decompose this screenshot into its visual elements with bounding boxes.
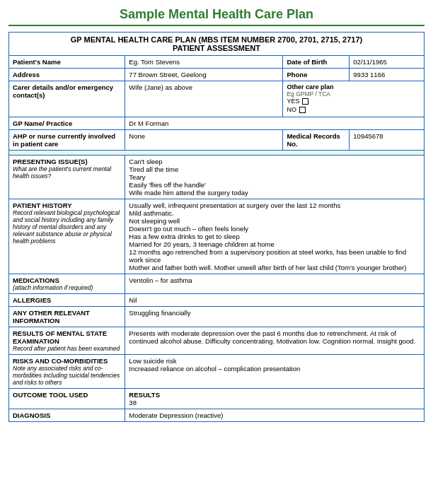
gp-row: GP Name/ Practice Dr M Forman xyxy=(9,117,425,130)
history-row: PATIENT HISTORY Record relevant biologic… xyxy=(9,199,425,274)
other-care-eg: Eg GPMP / TCA xyxy=(287,90,420,98)
spacer-row xyxy=(9,151,425,156)
patient-name-label: Patient's Name xyxy=(9,56,125,69)
presenting-value: Can't sleep Tired all the time Teary Eas… xyxy=(125,156,425,199)
no-row: NO xyxy=(287,106,420,113)
risks-label: RISKS AND CO-MORBIDITIES xyxy=(13,357,121,365)
allergies-value: Nil xyxy=(125,294,425,307)
carer-value: Wife (Jane) as above xyxy=(125,81,283,117)
outcome-results-header: RESULTS xyxy=(129,391,420,399)
address-label: Address xyxy=(9,69,125,81)
risks-sub: Note any associated risks and co-morbidi… xyxy=(13,365,121,386)
address-row: Address 77 Brown Street, Geelong Phone 9… xyxy=(9,69,425,81)
yes-checkbox xyxy=(302,98,308,105)
phone-label: Phone xyxy=(283,69,350,81)
outcome-tool-label: OUTCOME TOOL USED xyxy=(9,389,125,409)
allergies-row: ALLERGIES Nil xyxy=(9,294,425,307)
medications-sub: (attach information if required) xyxy=(13,284,121,291)
checkbox-area: YES NO xyxy=(287,98,420,113)
presenting-label: PRESENTING ISSUE(S) xyxy=(13,158,121,165)
presenting-row: PRESENTING ISSUE(S) What are the patient… xyxy=(9,156,425,199)
dob-label: Date of Birth xyxy=(283,56,350,69)
outcome-results-value: 38 xyxy=(129,399,420,406)
gp-value: Dr M Forman xyxy=(125,117,425,130)
ahp-row: AHP or nurse currently involved in patie… xyxy=(9,130,425,151)
patient-name-row: Patient's Name Eg. Tom Stevens Date of B… xyxy=(9,56,425,69)
risks-value: Low suicide risk Increased reliance on a… xyxy=(125,355,425,389)
history-label: PATIENT HISTORY xyxy=(13,201,121,209)
mental-state-row: RESULTS OF MENTAL STATE EXAMINATION Reco… xyxy=(9,327,425,355)
history-value: Usually well, infrequent presentation at… xyxy=(125,199,425,274)
medical-records-value: 10945678 xyxy=(350,130,425,151)
diagnosis-value: Moderate Depression (reactive) xyxy=(125,409,425,422)
ahp-label: AHP or nurse currently involved in patie… xyxy=(9,130,125,151)
allergies-label: ALLERGIES xyxy=(9,294,125,307)
mental-state-label: RESULTS OF MENTAL STATE EXAMINATION xyxy=(13,329,121,345)
medical-records-label: Medical Records No. xyxy=(283,130,350,151)
yes-label: YES xyxy=(287,98,299,105)
diagnosis-label: DIAGNOSIS xyxy=(9,409,125,422)
presenting-sub: What are the patient's current mental he… xyxy=(13,165,121,180)
medications-label: MEDICATIONS xyxy=(13,276,121,284)
gp-label: GP Name/ Practice xyxy=(9,117,125,130)
no-label: NO xyxy=(287,106,296,113)
table-header: GP MENTAL HEALTH CARE PLAN (MBS ITEM NUM… xyxy=(9,33,425,56)
carer-label: Carer details and/or emergency contact(s… xyxy=(9,81,125,117)
main-table: GP MENTAL HEALTH CARE PLAN (MBS ITEM NUM… xyxy=(8,32,425,422)
history-sub: Record relevant biological psychological… xyxy=(13,209,121,245)
ahp-value: None xyxy=(125,130,283,151)
header-line2: PATIENT ASSESSMENT xyxy=(13,44,420,52)
phone-value: 9933 1166 xyxy=(350,69,425,81)
dob-value: 02/11/1965 xyxy=(350,56,425,69)
carer-row: Carer details and/or emergency contact(s… xyxy=(9,81,425,117)
mental-state-value: Presents with moderate depression over t… xyxy=(125,327,425,355)
other-info-row: ANY OTHER RELEVANT INFORMATION Strugglin… xyxy=(9,307,425,327)
diagnosis-row: DIAGNOSIS Moderate Depression (reactive) xyxy=(9,409,425,422)
mental-state-sub: Record after patient has been examined xyxy=(13,345,121,352)
other-info-label: ANY OTHER RELEVANT INFORMATION xyxy=(9,307,125,327)
medications-value: Ventolin – for asthma xyxy=(125,274,425,294)
header-line1: GP MENTAL HEALTH CARE PLAN (MBS ITEM NUM… xyxy=(13,35,420,44)
page-title: Sample Mental Health Care Plan xyxy=(8,7,425,26)
yes-row: YES xyxy=(287,98,420,105)
outcome-row: OUTCOME TOOL USED RESULTS 38 xyxy=(9,389,425,409)
no-checkbox xyxy=(299,107,306,113)
other-care-label: Other care plan xyxy=(287,83,420,90)
medications-row: MEDICATIONS (attach information if requi… xyxy=(9,274,425,294)
other-info-value: Struggling financially xyxy=(125,307,425,327)
patient-name-value: Eg. Tom Stevens xyxy=(125,56,283,69)
risks-row: RISKS AND CO-MORBIDITIES Note any associ… xyxy=(9,355,425,389)
address-value: 77 Brown Street, Geelong xyxy=(125,69,283,81)
